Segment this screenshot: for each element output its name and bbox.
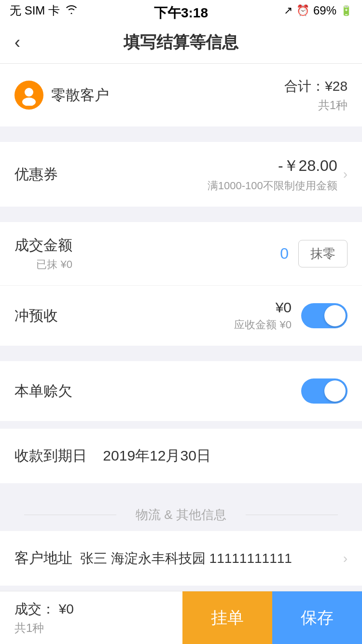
svg-point-0 — [25, 88, 33, 97]
debt-section: 本单赊欠 — [0, 361, 362, 421]
address-section: 客户地址 张三 海淀永丰科技园 11111111111 › — [0, 531, 362, 586]
due-date-text: 收款到期日 2019年12月30日 — [14, 448, 211, 463]
content: 零散客户 合计：¥28 共1种 优惠券 -￥28.00 满1000-100不限制… — [0, 64, 362, 644]
customer-section: 零散客户 合计：¥28 共1种 — [0, 64, 362, 126]
bottom-deal-label: 成交： — [14, 602, 55, 616]
carrier-text: 无 SIM 卡 — [10, 3, 60, 18]
avatar — [14, 81, 43, 110]
transaction-sub: 已抹 ¥0 — [14, 257, 72, 272]
divider-line-left — [24, 515, 116, 515]
coupon-row[interactable]: 优惠券 -￥28.00 满1000-100不限制使用金额 › — [14, 142, 348, 207]
logistics-label: 物流 & 其他信息 — [126, 506, 236, 523]
save-label: 保存 — [301, 607, 334, 629]
due-date-value: 2019年12月30日 — [103, 448, 210, 463]
due-date-section: 收款到期日 2019年12月30日 — [0, 429, 362, 483]
address-row[interactable]: 客户地址 张三 海淀永丰科技园 11111111111 › — [14, 531, 348, 586]
location-icon: ↗ — [284, 4, 292, 17]
prepay-toggle-knob — [324, 305, 346, 326]
coupon-info: -￥28.00 满1000-100不限制使用金额 — [208, 155, 337, 193]
date-row: 收款到期日 2019年12月30日 — [0, 429, 362, 483]
customer-left: 零散客户 — [14, 81, 109, 110]
bottom-count: 共1种 — [14, 620, 168, 636]
status-right: ↗ ⏰ 69% 🔋 — [284, 4, 352, 17]
coupon-chevron-icon: › — [343, 167, 348, 182]
gap4 — [0, 491, 362, 499]
status-left: 无 SIM 卡 — [10, 3, 78, 18]
alarm-icon: ⏰ — [296, 4, 309, 17]
debt-toggle-knob — [324, 380, 346, 402]
battery-icon: 🔋 — [340, 5, 352, 16]
gap3 — [0, 353, 362, 361]
prepay-value: ¥0 — [234, 299, 292, 316]
address-chevron-icon: › — [343, 551, 348, 566]
pending-label: 挂单 — [211, 607, 244, 629]
transaction-value: 0 — [280, 245, 289, 263]
bottom-deal-text: 成交： ¥0 — [14, 600, 168, 618]
wifi-icon — [65, 4, 78, 17]
debt-toggle[interactable] — [301, 378, 348, 404]
prepay-toggle[interactable] — [301, 303, 348, 328]
coupon-label: 优惠券 — [14, 165, 58, 184]
debt-row: 本单赊欠 — [14, 361, 348, 421]
customer-row: 零散客户 合计：¥28 共1种 — [0, 64, 362, 126]
bottom-deal-value: ¥0 — [59, 602, 74, 616]
coupon-right[interactable]: -￥28.00 满1000-100不限制使用金额 › — [208, 155, 348, 193]
battery-text: 69% — [313, 4, 336, 17]
prepay-right: ¥0 应收金额 ¥0 — [234, 299, 348, 332]
back-button[interactable]: ‹ — [14, 32, 20, 53]
transaction-label: 成交金额 — [14, 236, 72, 255]
middle-section: 成交金额 已抹 ¥0 0 抹零 冲预收 ¥0 应收金额 ¥0 — [0, 222, 362, 346]
address-label: 客户地址 — [14, 548, 72, 568]
prepay-label: 冲预收 — [14, 306, 58, 326]
logistics-divider: 物流 & 其他信息 — [0, 499, 362, 531]
prepay-row: 冲预收 ¥0 应收金额 ¥0 — [0, 286, 362, 346]
bottom-summary: 成交： ¥0 共1种 — [0, 600, 182, 636]
status-bar: 无 SIM 卡 下午3:18 ↗ ⏰ 69% 🔋 — [0, 0, 362, 21]
coupon-discount: -￥28.00 — [208, 155, 337, 177]
gap1 — [0, 134, 362, 142]
page-title: 填写结算等信息 — [124, 31, 238, 54]
transaction-col: 成交金额 已抹 ¥0 — [14, 236, 72, 272]
save-button[interactable]: 保存 — [272, 591, 362, 644]
divider-line-right — [246, 515, 338, 515]
total-count: 共1种 — [284, 98, 348, 113]
prepay-amount: ¥0 应收金额 ¥0 — [234, 299, 292, 332]
round-zero-button[interactable]: 抹零 — [298, 240, 348, 267]
address-value: 张三 海淀永丰科技园 11111111111 — [80, 549, 335, 568]
coupon-section[interactable]: 优惠券 -￥28.00 满1000-100不限制使用金额 › — [0, 142, 362, 207]
customer-name: 零散客户 — [51, 85, 109, 105]
svg-point-1 — [22, 98, 36, 106]
due-date-label: 收款到期日 — [14, 448, 87, 463]
total-price: 合计：¥28 — [284, 77, 348, 96]
pending-button[interactable]: 挂单 — [182, 591, 272, 644]
transaction-row: 成交金额 已抹 ¥0 0 抹零 — [0, 222, 362, 286]
bottom-bar: 成交： ¥0 共1种 挂单 保存 — [0, 591, 362, 644]
customer-right: 合计：¥28 共1种 — [284, 77, 348, 113]
status-time: 下午3:18 — [154, 4, 208, 22]
debt-label: 本单赊欠 — [14, 381, 72, 401]
transaction-right: 0 抹零 — [280, 240, 348, 267]
gap2 — [0, 214, 362, 222]
prepay-sub: 应收金额 ¥0 — [234, 318, 292, 332]
coupon-desc: 满1000-100不限制使用金额 — [208, 179, 337, 193]
nav-bar: ‹ 填写结算等信息 — [0, 21, 362, 64]
